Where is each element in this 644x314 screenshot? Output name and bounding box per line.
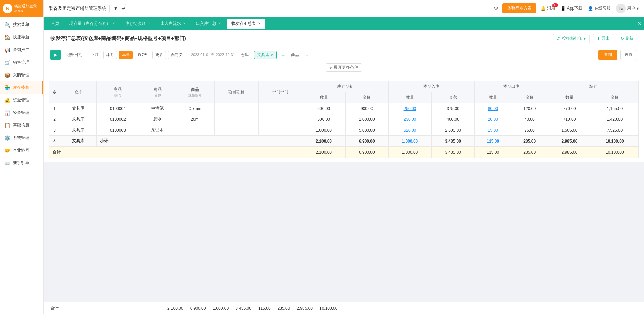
- app-download-item[interactable]: 📱 App下载: [561, 5, 582, 11]
- row-opening-qty: 500.00: [302, 114, 345, 125]
- date-btn-last-month[interactable]: 上月: [88, 51, 101, 59]
- system-select[interactable]: ▼: [109, 4, 126, 13]
- tab-inout-summary[interactable]: 出入库汇总 ✕: [191, 19, 226, 29]
- col-out-amt-header: 金额: [511, 92, 548, 103]
- subtotal-opening-qty: 2,100.00: [302, 136, 345, 147]
- online-service-item[interactable]: 👤 在线客服: [588, 5, 611, 11]
- row-in-qty[interactable]: 520.00: [389, 125, 432, 136]
- sidebar-item-operation[interactable]: 📊 经营管理: [0, 106, 43, 119]
- sidebar-item-basic[interactable]: 📋 基础信息: [0, 119, 43, 132]
- tabs-bar: 首页 现存量（库存分布表） ✕ 库存批次账 ✕ 出入库流水 ✕ 出入库汇总 ✕ …: [44, 17, 644, 30]
- logo-icon: 6: [3, 4, 12, 13]
- date-btn-this-month[interactable]: 本月: [103, 51, 117, 59]
- row-goods-name: 采访本: [139, 125, 176, 136]
- export-button[interactable]: ⬇ 导出: [593, 34, 613, 43]
- logo-sub: 标准版: [14, 9, 37, 13]
- date-btn-more[interactable]: 更多: [152, 51, 166, 59]
- user-item[interactable]: Ea 用户 ▾: [616, 4, 639, 13]
- warehouse-tag-close-icon[interactable]: ✕: [271, 53, 274, 57]
- date-label: 记账日期: [66, 52, 82, 58]
- tab-close-icon[interactable]: ✕: [148, 22, 150, 26]
- message-item[interactable]: 🔔 消息 6: [541, 5, 555, 11]
- sidebar-item-quicknav[interactable]: 🏠 快捷导航: [0, 31, 43, 44]
- tab-close-icon[interactable]: ✕: [183, 22, 186, 26]
- print-template-button[interactable]: 🖨 按模板打印 ▾: [553, 34, 590, 43]
- row-balance-qty: 1,505.00: [548, 125, 591, 136]
- filter-collapse-button[interactable]: ▶: [50, 50, 61, 60]
- row-goods-spec: 20ml: [176, 114, 214, 125]
- row-goods-name: 中性笔: [139, 103, 176, 114]
- row-in-qty[interactable]: 250.00: [389, 103, 432, 114]
- subtotal-out-qty[interactable]: 115.00: [475, 136, 511, 147]
- refresh-button[interactable]: ↻ 刷新: [617, 34, 637, 43]
- row-balance-amt: 7,525.00: [591, 125, 638, 136]
- date-btn-this-year[interactable]: 本年: [119, 51, 133, 59]
- topbar: 装备及固定资产辅助管理系统 ▼ ⚙ 体验行业方案 🔔 消息 6 📱 App下载 …: [44, 0, 644, 17]
- footer-in-amt: 3,435.00: [431, 147, 475, 158]
- row-out-qty[interactable]: 15.00: [475, 125, 511, 136]
- date-btn-custom[interactable]: 自定义: [168, 51, 185, 59]
- expand-conditions-button[interactable]: ∨ 展开更多条件: [326, 63, 362, 72]
- subtotal-label: 小计: [96, 136, 302, 147]
- footer-balance-amt: 10,100.00: [591, 147, 638, 158]
- megaphone-icon: 📢: [4, 47, 10, 53]
- date-btn-7days[interactable]: 近7天: [135, 51, 150, 59]
- sidebar-item-system[interactable]: ⚙️ 系统管理: [0, 132, 43, 144]
- row-in-amt: 2,600.00: [431, 125, 475, 136]
- query-button[interactable]: 查询: [598, 50, 617, 60]
- row-balance-amt: 1,155.00: [591, 103, 638, 114]
- row-out-qty[interactable]: 20.00: [475, 114, 511, 125]
- sidebar-item-label: 销售管理: [13, 60, 29, 65]
- sidebar-item-inventory[interactable]: 🏪 库存核算: [0, 81, 43, 94]
- tab-close-icon[interactable]: ✕: [112, 22, 115, 26]
- tab-inventory-dist[interactable]: 现存量（库存分布表） ✕: [65, 19, 120, 29]
- tabs-close-all-icon[interactable]: ✕: [637, 20, 641, 27]
- subtotal-warehouse: 文具库: [60, 136, 97, 147]
- chevron-down-icon: ▾: [584, 36, 586, 41]
- sidebar-item-sales[interactable]: 🛒 销售管理: [0, 56, 43, 69]
- sidebar-item-label: 经营管理: [13, 110, 29, 116]
- tab-label: 出入库流水: [161, 21, 181, 27]
- row-project: [214, 114, 258, 125]
- book-icon: 📖: [4, 161, 10, 166]
- sidebar-item-guide[interactable]: 📖 新手引导: [0, 157, 43, 169]
- sidebar-item-marketing[interactable]: 📢 营销推广: [0, 44, 43, 56]
- warehouse-more-btn[interactable]: ...: [282, 52, 285, 57]
- trial-button[interactable]: 体验行业方案: [502, 3, 536, 13]
- footer-total-balance-qty: 2,985.00: [297, 306, 313, 311]
- col-out-header: 本期出库: [475, 81, 548, 92]
- sidebar-item-search[interactable]: 🔍 搜索菜单: [0, 18, 43, 31]
- tab-inout-flow[interactable]: 出入库流水 ✕: [156, 19, 191, 29]
- filter-settings-button[interactable]: 设置: [620, 50, 637, 60]
- row-warehouse: 文具库: [60, 125, 97, 136]
- sidebar-item-purchase[interactable]: 📦 采购管理: [0, 69, 43, 81]
- tab-home-label: 首页: [51, 21, 59, 27]
- row-in-qty[interactable]: 230.00: [389, 114, 432, 125]
- row-out-qty[interactable]: 80.00: [475, 103, 511, 114]
- subtotal-in-qty[interactable]: 1,000.00: [389, 136, 432, 147]
- settings-icon[interactable]: ⚙: [494, 5, 498, 12]
- page-header: 收发存汇总表(按仓库+商品编码+商品+规格型号+项目+部门) 🖨 按模板打印 ▾…: [44, 30, 644, 46]
- col-opening-amt-header: 金额: [345, 92, 389, 103]
- subtotal-in-amt: 3,435.00: [431, 136, 475, 147]
- sidebar-item-finance[interactable]: 💰 资金管理: [0, 94, 43, 106]
- col-settings-header[interactable]: ⚙: [49, 81, 60, 103]
- tab-receive-summary[interactable]: 收发存汇总表 ✕: [227, 19, 265, 29]
- footer-in-qty: 1,000.00: [389, 147, 432, 158]
- tab-close-icon[interactable]: ✕: [218, 22, 221, 26]
- cart-icon: 🛒: [4, 60, 10, 65]
- subtotal-balance-qty: 2,985.00: [548, 136, 591, 147]
- goods-more-btn[interactable]: ...: [304, 52, 308, 57]
- table-subtotal-row: 4 文具库 小计 2,100.00 6,900.00 1,000.00 3,43…: [49, 136, 639, 147]
- footer-opening-amt: 6,900.00: [345, 147, 389, 158]
- tab-home[interactable]: 首页: [46, 19, 64, 29]
- sidebar-item-enterprise[interactable]: 🤝 企业协同: [0, 144, 43, 157]
- footer-total-opening-amt: 6,900.00: [190, 306, 206, 311]
- subtotal-balance-amt: 10,100.00: [591, 136, 638, 147]
- col-goods-spec-header: 商品规格型号: [176, 81, 214, 103]
- row-num: 1: [49, 103, 60, 114]
- tab-batch-ledger[interactable]: 库存批次账 ✕: [120, 19, 155, 29]
- row-balance-qty: 710.00: [548, 114, 591, 125]
- tab-close-icon[interactable]: ✕: [258, 22, 261, 26]
- col-project-header: 项目项目: [214, 81, 258, 103]
